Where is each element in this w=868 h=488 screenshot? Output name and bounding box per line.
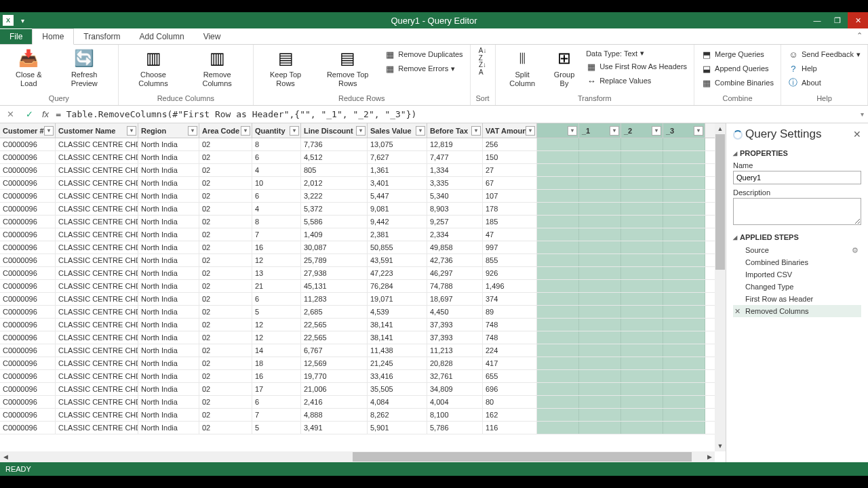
applied-step[interactable]: Changed Type [733, 281, 861, 293]
cell[interactable] [579, 319, 621, 331]
cell[interactable]: 12 [252, 254, 301, 266]
cell[interactable] [579, 203, 621, 215]
cell[interactable]: 5,372 [301, 203, 368, 215]
cell[interactable]: 18 [252, 357, 301, 369]
cell[interactable]: 38,141 [368, 319, 427, 331]
column-header[interactable]: _1▾ [579, 123, 621, 138]
cell[interactable]: CLASSIC CENTRE CHD [56, 216, 138, 228]
cell[interactable]: 18,697 [427, 293, 483, 305]
cell[interactable] [537, 306, 579, 318]
cell[interactable]: 4 [252, 164, 301, 176]
applied-step[interactable]: Combined Binaries [733, 256, 861, 268]
cell[interactable]: 12 [252, 331, 301, 344]
cell[interactable] [579, 422, 621, 434]
formula-commit-icon[interactable]: ✓ [23, 109, 35, 119]
sort-asc-button[interactable]: A↓Z [475, 47, 491, 61]
remove-columns-button[interactable]: ▥Remove Columns [185, 46, 249, 89]
cell[interactable]: 4,004 [427, 396, 483, 408]
cell[interactable]: 655 [483, 370, 537, 382]
cell[interactable]: C0000096 [0, 254, 56, 266]
cell[interactable]: 224 [483, 344, 537, 357]
cell[interactable]: 7,477 [427, 151, 483, 163]
cell[interactable]: 4,512 [301, 151, 368, 163]
table-row[interactable]: C0000096CLASSIC CENTRE CHDNorth India025… [0, 422, 726, 434]
cell[interactable]: 12,819 [427, 138, 483, 150]
cell[interactable] [621, 151, 663, 163]
filter-icon[interactable]: ▾ [526, 126, 535, 136]
cell[interactable]: 27 [483, 164, 537, 176]
cell[interactable]: 45,131 [301, 280, 368, 292]
cell[interactable] [537, 357, 579, 369]
formula-expand-icon[interactable]: ▾ [861, 110, 864, 118]
cell[interactable]: 47,223 [368, 267, 427, 279]
cell[interactable]: 46,297 [427, 267, 483, 279]
cell[interactable] [621, 306, 663, 318]
table-row[interactable]: C0000096CLASSIC CENTRE CHDNorth India028… [0, 138, 726, 151]
column-header[interactable]: Line Discount▾ [301, 123, 368, 138]
cell[interactable] [663, 254, 705, 266]
cell[interactable]: C0000096 [0, 383, 56, 395]
column-header[interactable]: Sales Value▾ [368, 123, 427, 138]
column-header[interactable]: VAT Amount▾ [483, 123, 537, 138]
cell[interactable] [663, 164, 705, 176]
cell[interactable]: 02 [199, 293, 252, 305]
remove-top-rows-button[interactable]: ▤Remove Top Rows [315, 46, 380, 89]
cell[interactable]: 02 [199, 190, 252, 202]
append-queries-button[interactable]: ⬓Append Queries [698, 62, 776, 75]
cell[interactable] [579, 331, 621, 344]
cell[interactable] [621, 331, 663, 344]
cell[interactable]: 02 [199, 383, 252, 395]
cell[interactable]: 256 [483, 138, 537, 150]
cell[interactable]: 7,736 [301, 138, 368, 150]
cell[interactable] [579, 241, 621, 253]
cell[interactable] [663, 396, 705, 408]
cell[interactable]: C0000096 [0, 280, 56, 292]
formula-cancel-icon[interactable]: ✕ [4, 109, 16, 119]
cell[interactable]: North India [138, 319, 199, 331]
cell[interactable]: North India [138, 267, 199, 279]
cell[interactable] [621, 293, 663, 305]
cell[interactable] [579, 396, 621, 408]
cell[interactable]: 19,071 [368, 293, 427, 305]
cell[interactable]: 47 [483, 228, 537, 241]
cell[interactable] [663, 331, 705, 344]
cell[interactable] [621, 177, 663, 189]
cell[interactable] [621, 344, 663, 357]
cell[interactable]: 30,087 [301, 241, 368, 253]
cell[interactable]: 12 [252, 319, 301, 331]
table-row[interactable]: C0000096CLASSIC CENTRE CHDNorth India024… [0, 164, 726, 177]
cell[interactable]: 74,788 [427, 280, 483, 292]
data-type-button[interactable]: Data Type: Text ▾ [583, 47, 690, 59]
cell[interactable]: 6 [252, 151, 301, 163]
table-row[interactable]: C0000096CLASSIC CENTRE CHDNorth India021… [0, 319, 726, 331]
cell[interactable] [537, 151, 579, 163]
cell[interactable] [663, 409, 705, 421]
cell[interactable]: 926 [483, 267, 537, 279]
cell[interactable] [621, 203, 663, 215]
group-by-button[interactable]: ⊞Group By [547, 46, 582, 89]
cell[interactable] [537, 344, 579, 357]
filter-icon[interactable]: ▾ [44, 126, 54, 136]
cell[interactable] [621, 190, 663, 202]
merge-queries-button[interactable]: ⬒Merge Queries [698, 47, 776, 61]
cell[interactable]: 10 [252, 177, 301, 189]
cell[interactable]: 38,141 [368, 331, 427, 344]
cell[interactable]: CLASSIC CENTRE CHD [56, 331, 138, 344]
cell[interactable]: 2,012 [301, 177, 368, 189]
cell[interactable] [663, 344, 705, 357]
cell[interactable]: North India [138, 254, 199, 266]
cell[interactable]: CLASSIC CENTRE CHD [56, 396, 138, 408]
cell[interactable]: 02 [199, 344, 252, 357]
cell[interactable]: 32,761 [427, 370, 483, 382]
cell[interactable]: North India [138, 151, 199, 163]
cell[interactable] [621, 357, 663, 369]
cell[interactable]: 805 [301, 164, 368, 176]
cell[interactable]: CLASSIC CENTRE CHD [56, 267, 138, 279]
cell[interactable] [579, 357, 621, 369]
cell[interactable] [663, 293, 705, 305]
cell[interactable] [537, 383, 579, 395]
cell[interactable]: 4,084 [368, 396, 427, 408]
cell[interactable]: CLASSIC CENTRE CHD [56, 228, 138, 241]
cell[interactable]: 02 [199, 177, 252, 189]
cell[interactable] [663, 280, 705, 292]
